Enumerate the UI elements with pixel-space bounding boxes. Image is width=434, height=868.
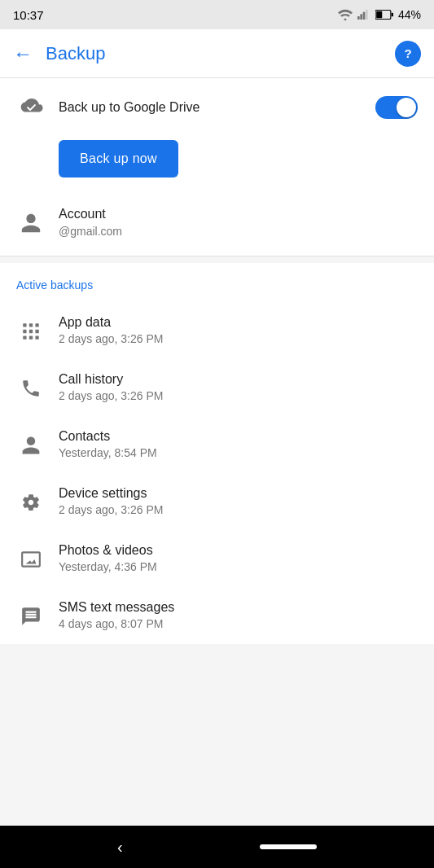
status-time: 10:37 [13, 8, 44, 22]
list-item[interactable]: App data 2 days ago, 3:26 PM [0, 302, 434, 359]
svg-rect-1 [357, 16, 360, 20]
app-data-title: App data [59, 315, 163, 330]
svg-rect-6 [392, 13, 393, 17]
main-content: Back up to Google Drive Back up now Acco… [0, 78, 434, 256]
svg-rect-15 [29, 335, 33, 339]
list-item[interactable]: SMS text messages 4 days ago, 8:07 PM [0, 587, 434, 644]
svg-rect-14 [23, 335, 26, 339]
photos-icon [16, 545, 46, 574]
backup-items-list: App data 2 days ago, 3:26 PM Call histor… [0, 302, 434, 644]
call-history-title: Call history [59, 372, 163, 387]
list-item[interactable]: Call history 2 days ago, 3:26 PM [0, 359, 434, 416]
section-divider [0, 256, 434, 263]
list-item[interactable]: Photos & videos Yesterday, 4:36 PM [0, 530, 434, 587]
sms-title: SMS text messages [59, 600, 174, 615]
svg-rect-8 [23, 323, 26, 327]
svg-rect-11 [23, 330, 26, 333]
help-button[interactable]: ? [395, 41, 421, 67]
contacts-title: Contacts [59, 429, 157, 444]
home-nav-pill[interactable] [260, 844, 317, 849]
page-title: Backup [46, 43, 395, 64]
device-settings-info: Device settings 2 days ago, 3:26 PM [59, 486, 163, 516]
app-data-icon [16, 317, 46, 346]
account-email: @gmail.com [59, 225, 122, 238]
list-item[interactable]: Device settings 2 days ago, 3:26 PM [0, 473, 434, 530]
wifi-icon [338, 9, 353, 20]
contacts-subtitle: Yesterday, 8:54 PM [59, 446, 157, 459]
backup-btn-container: Back up now [0, 137, 434, 195]
contacts-info: Contacts Yesterday, 8:54 PM [59, 429, 157, 459]
account-info: Account @gmail.com [59, 207, 122, 238]
svg-rect-16 [35, 335, 38, 339]
active-backups-header: Active backups [0, 263, 434, 302]
svg-rect-10 [35, 323, 38, 327]
account-icon [16, 208, 46, 238]
app-data-info: App data 2 days ago, 3:26 PM [59, 315, 163, 345]
bottom-nav-bar: ‹ [0, 826, 434, 868]
sms-icon [16, 602, 46, 631]
account-row: Account @gmail.com [0, 195, 434, 256]
battery-percent: 44% [398, 8, 421, 21]
call-history-icon [16, 374, 46, 403]
sms-info: SMS text messages 4 days ago, 8:07 PM [59, 600, 174, 630]
drive-backup-toggle[interactable] [375, 96, 418, 119]
drive-icon [16, 93, 46, 122]
device-settings-title: Device settings [59, 486, 163, 501]
list-item[interactable]: Contacts Yesterday, 8:54 PM [0, 416, 434, 473]
app-data-subtitle: 2 days ago, 3:26 PM [59, 332, 163, 345]
nav-bar: ← Backup ? [0, 29, 434, 78]
photos-info: Photos & videos Yesterday, 4:36 PM [59, 543, 157, 573]
call-history-subtitle: 2 days ago, 3:26 PM [59, 389, 163, 402]
active-backups-label: Active backups [16, 278, 93, 292]
svg-rect-3 [363, 12, 366, 20]
svg-rect-12 [29, 330, 33, 333]
status-bar: 10:37 44% [0, 0, 434, 29]
signal-icon [357, 9, 370, 20]
backup-now-button[interactable]: Back up now [59, 140, 178, 178]
sms-subtitle: 4 days ago, 8:07 PM [59, 617, 174, 630]
svg-point-0 [344, 19, 346, 21]
device-settings-subtitle: 2 days ago, 3:26 PM [59, 503, 163, 516]
svg-rect-13 [35, 330, 38, 333]
svg-rect-7 [376, 11, 382, 19]
call-history-info: Call history 2 days ago, 3:26 PM [59, 372, 163, 402]
back-nav-button[interactable]: ‹ [117, 838, 123, 857]
battery-icon [375, 10, 393, 20]
svg-rect-2 [360, 14, 362, 20]
photos-subtitle: Yesterday, 4:36 PM [59, 560, 157, 573]
device-settings-icon [16, 488, 46, 517]
back-button[interactable]: ← [13, 42, 33, 65]
svg-rect-9 [29, 323, 33, 327]
toggle-knob [397, 98, 416, 117]
svg-rect-4 [366, 10, 368, 20]
contacts-icon [16, 431, 46, 460]
photos-title: Photos & videos [59, 543, 157, 558]
status-icons: 44% [338, 8, 421, 21]
drive-backup-label: Back up to Google Drive [59, 100, 362, 115]
drive-backup-row: Back up to Google Drive [0, 78, 434, 137]
account-title: Account [59, 207, 122, 221]
